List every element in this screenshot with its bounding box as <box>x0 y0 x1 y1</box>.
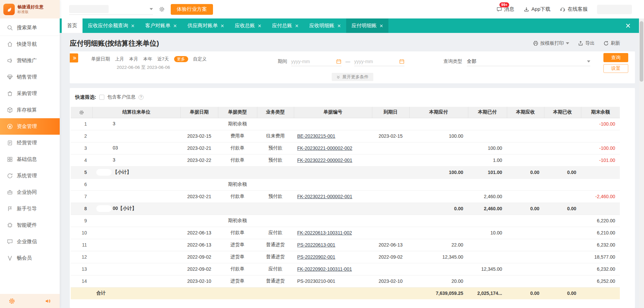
doc-no-link[interactable]: BE-20230215-001 <box>297 133 335 139</box>
cell-received <box>544 251 581 263</box>
cell-receivable <box>507 275 544 287</box>
cell-payable <box>409 178 468 190</box>
table-row[interactable]: 122022-09-02进货单普通进货PS-20220902-0012022-0… <box>71 251 620 263</box>
tab-customer-statement[interactable]: 客户对账单 <box>140 18 182 33</box>
table-row[interactable]: 13期初余额-100.00 <box>71 118 620 130</box>
sidebar-item-marketing[interactable]: 营销推广 <box>0 52 60 69</box>
quick-filter-label: 快速筛选: <box>75 94 96 100</box>
period-end-input[interactable]: yyyy-mm <box>354 57 405 66</box>
sidebar-item-sales[interactable]: 销售管理 <box>0 69 60 85</box>
cell-biz-type: 往来费用 <box>257 130 294 142</box>
tab-supplier-statement[interactable]: 供应商对账单 <box>182 18 229 33</box>
cell-due-date <box>372 203 409 215</box>
online-support-button[interactable]: 在线客服 <box>560 6 588 12</box>
range-last-7-days[interactable]: 近7天 <box>157 56 169 62</box>
sidebar-item-search-menu[interactable]: 搜索菜单 <box>0 19 60 36</box>
cell-doc-no <box>294 287 372 299</box>
sidebar-item-beginner-guide[interactable]: 新手引导 <box>0 201 60 217</box>
company-selector[interactable] <box>69 4 153 15</box>
tab-close-icon[interactable] <box>221 24 224 28</box>
cell-paid: 12,345.00 <box>468 263 507 275</box>
table-row[interactable]: 112022-06-13进货单普通进货PS-20220613-0012022-0… <box>71 239 620 251</box>
table-row[interactable]: 800【小计】0.002,460.000.000.00 <box>71 203 620 215</box>
table-row[interactable]: 102022-06-13付款单应付款FK-20220613-100311-002… <box>71 227 620 239</box>
table-row[interactable]: 432023-02-22付款单预付款FK-20230222-000002-001… <box>71 154 620 166</box>
sidebar-item-smart-hardware[interactable]: 智能硬件 <box>0 217 60 233</box>
messages-button[interactable]: 消息 99+ <box>496 6 514 12</box>
tab-close-icon[interactable] <box>337 24 341 28</box>
tab-close-icon[interactable] <box>173 24 177 28</box>
query-type-select[interactable]: 全部 <box>467 57 590 66</box>
sidebar-item-member[interactable]: 畅会员 <box>0 250 60 266</box>
tab-ap-detail-ledger[interactable]: 应付明细账 <box>346 18 388 33</box>
scrollbar-thumb[interactable] <box>640 21 643 82</box>
tab-home[interactable]: 首页 <box>62 18 83 33</box>
tab-close-icon[interactable] <box>131 24 135 28</box>
print-by-template-button[interactable]: 按模板打印 <box>533 40 569 46</box>
sidebar-item-system[interactable]: 系统管理 <box>0 168 60 184</box>
cell-payable <box>409 154 468 166</box>
table-row[interactable]: 132022-09-02付款单应付款FK-20220902-100311-001… <box>71 263 620 275</box>
doc-no-link[interactable]: PS-20220613-001 <box>297 242 335 248</box>
sidebar-item-purchase[interactable]: 采购管理 <box>0 85 60 102</box>
help-icon[interactable]: ? <box>139 95 144 100</box>
doc-no-link[interactable]: FK-20220902-100311-001 <box>297 266 352 272</box>
cell-paid <box>468 239 507 251</box>
tab-ar-detail-ledger[interactable]: 应收明细账 <box>304 18 346 33</box>
tab-ap-ledger[interactable]: 应付总账 <box>267 18 304 33</box>
sidebar-item-inventory[interactable]: 库存核算 <box>0 102 60 118</box>
sidebar-item-operations[interactable]: 经营管理 <box>0 135 60 151</box>
speaker-icon[interactable] <box>45 298 51 304</box>
table-row[interactable]: 5【小计】100.00101.000.000.00 <box>71 166 620 178</box>
cell-doc-type <box>218 166 257 178</box>
cell-doc-type: 期初余额 <box>218 178 257 190</box>
custom-range-button[interactable]: 自定义 <box>193 56 207 62</box>
doc-no-link[interactable]: FK-20230222-000002-001 <box>297 158 352 163</box>
app-download-button[interactable]: App下载 <box>524 6 550 12</box>
tab-ar-ap-balance-query[interactable]: 应收应付余额查询 <box>83 18 140 33</box>
settings-gear-icon[interactable] <box>9 298 15 304</box>
export-button[interactable]: 导出 <box>578 40 595 46</box>
gear-icon[interactable] <box>159 6 165 12</box>
doc-no-link[interactable]: FK-20230221-000002-002 <box>297 145 352 151</box>
clipboard-icon <box>7 140 13 146</box>
sidebar-item-collaboration[interactable]: 企业协同 <box>0 184 60 201</box>
table-row[interactable]: 142023-02-10进货单普通进货PS-20230210-0012023-0… <box>71 275 620 287</box>
calendar-icon[interactable] <box>399 59 405 64</box>
table-header-row: 结算往来单位单据日期单据类型业务类型单据编号到期日本期应付本期已付本期应收本期已… <box>71 107 620 118</box>
more-ranges-button[interactable]: 更多 <box>174 56 188 62</box>
table-row[interactable]: 22023-02-15费用单往来费用BE-20230215-0012023-02… <box>71 130 620 142</box>
vertical-scrollbar[interactable] <box>639 18 644 308</box>
collapse-filter-tab[interactable] <box>70 53 78 62</box>
trial-plan-button[interactable]: 体验行业方案 <box>171 4 213 15</box>
column-settings-gear-icon[interactable] <box>71 107 92 118</box>
range-last-month[interactable]: 上月 <box>115 56 124 62</box>
period-start-input[interactable]: yyyy-mm <box>291 57 341 66</box>
doc-no-link[interactable]: PS-20220902-001 <box>297 254 335 260</box>
close-all-tabs-icon[interactable] <box>626 23 631 28</box>
search-button[interactable]: 查询 <box>603 53 628 62</box>
range-this-year[interactable]: 本年 <box>143 56 152 62</box>
range-this-month[interactable]: 本月 <box>129 56 138 62</box>
table-row[interactable]: 72023-02-21付款单预付款FK-20230221-000002-0012… <box>71 190 620 203</box>
include-customer-checkbox[interactable] <box>99 95 104 100</box>
tab-close-icon[interactable] <box>295 24 299 28</box>
calendar-icon[interactable] <box>336 59 341 64</box>
table-row[interactable]: 3032023-02-21付款单预付款FK-20230221-000002-00… <box>71 142 620 154</box>
tab-close-icon[interactable] <box>380 24 383 28</box>
cell-balance <box>581 166 620 178</box>
sidebar-item-quick-nav[interactable]: 快捷导航 <box>0 36 60 52</box>
doc-no-link[interactable]: FK-20220613-100311-002 <box>297 230 352 235</box>
sidebar-item-basic-info[interactable]: 基础信息 <box>0 151 60 168</box>
table-row[interactable]: 9期初余额6,220.00 <box>71 215 620 227</box>
expand-more-conditions[interactable]: 展开更多条件 <box>332 73 373 81</box>
settings-button[interactable]: 设置 <box>603 64 628 73</box>
table-row[interactable]: 6期初余额 <box>71 178 620 190</box>
doc-no-link[interactable]: FK-20230221-000002-001 <box>297 194 352 199</box>
sidebar-item-funds[interactable]: 资金管理 <box>0 118 60 135</box>
tab-ar-ledger[interactable]: 应收总账 <box>229 18 267 33</box>
total-received: 0.00 <box>544 287 581 299</box>
tab-close-icon[interactable] <box>258 24 261 28</box>
sidebar-item-wechat[interactable]: 企业微信 <box>0 233 60 250</box>
refresh-button[interactable]: 刷新 <box>603 40 620 46</box>
